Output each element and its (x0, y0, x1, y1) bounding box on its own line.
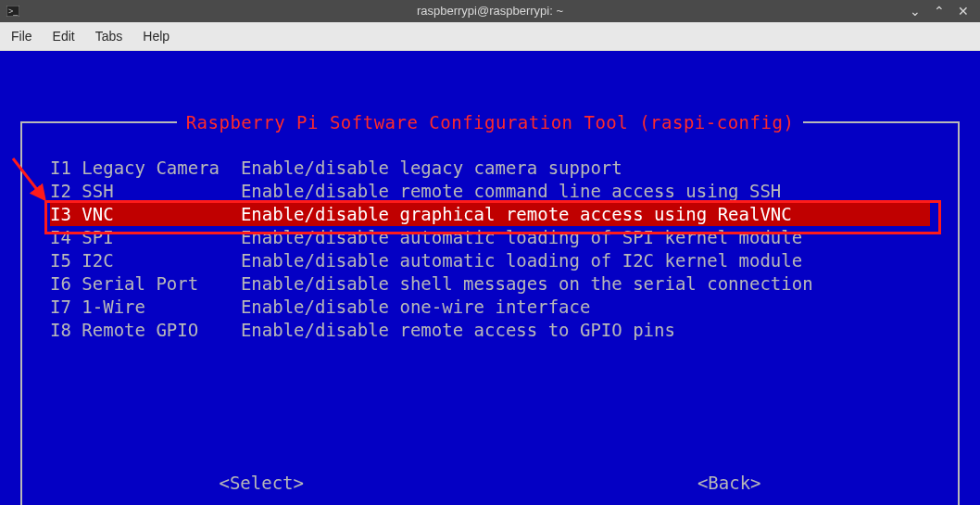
window-titlebar: >_ raspberrypi@raspberrypi: ~ ⌄ ⌃ ✕ (0, 0, 980, 22)
minimize-button[interactable]: ⌄ (910, 0, 921, 22)
dialog-title: Raspberry Pi Software Configuration Tool… (177, 112, 804, 133)
terminal-area: Raspberry Pi Software Configuration Tool… (0, 51, 980, 505)
config-menu-item-i3[interactable]: I3 VNC Enable/disable graphical remote a… (50, 203, 930, 226)
raspi-config-dialog: Raspberry Pi Software Configuration Tool… (20, 121, 960, 505)
config-menu-item-i7[interactable]: I7 1-Wire Enable/disable one-wire interf… (50, 296, 930, 319)
select-button[interactable]: <Select> (219, 473, 304, 493)
menu-file[interactable]: File (11, 29, 32, 44)
menu-edit[interactable]: Edit (53, 29, 75, 44)
config-menu-item-i4[interactable]: I4 SPI Enable/disable automatic loading … (50, 226, 930, 249)
dialog-title-wrap: Raspberry Pi Software Configuration Tool… (22, 112, 958, 133)
config-menu-item-i8[interactable]: I8 Remote GPIO Enable/disable remote acc… (50, 319, 930, 342)
svg-text:>_: >_ (8, 6, 19, 16)
menu-help[interactable]: Help (143, 29, 170, 44)
back-button[interactable]: <Back> (697, 473, 761, 493)
menubar: File Edit Tabs Help (0, 22, 980, 51)
config-menu-item-i5[interactable]: I5 I2C Enable/disable automatic loading … (50, 249, 930, 272)
window-controls: ⌄ ⌃ ✕ (910, 0, 980, 22)
config-menu-item-i1[interactable]: I1 Legacy Camera Enable/disable legacy c… (50, 157, 930, 180)
terminal-icon: >_ (6, 4, 20, 19)
window-title: raspberrypi@raspberrypi: ~ (0, 0, 980, 22)
maximize-button[interactable]: ⌃ (934, 0, 945, 22)
dialog-buttons: <Select> <Back> (22, 473, 958, 493)
menu-tabs[interactable]: Tabs (95, 29, 123, 44)
config-menu-item-i2[interactable]: I2 SSH Enable/disable remote command lin… (50, 180, 930, 203)
close-button[interactable]: ✕ (958, 0, 969, 22)
config-menu-item-i6[interactable]: I6 Serial Port Enable/disable shell mess… (50, 272, 930, 296)
config-menu-list[interactable]: I1 Legacy Camera Enable/disable legacy c… (50, 157, 930, 342)
